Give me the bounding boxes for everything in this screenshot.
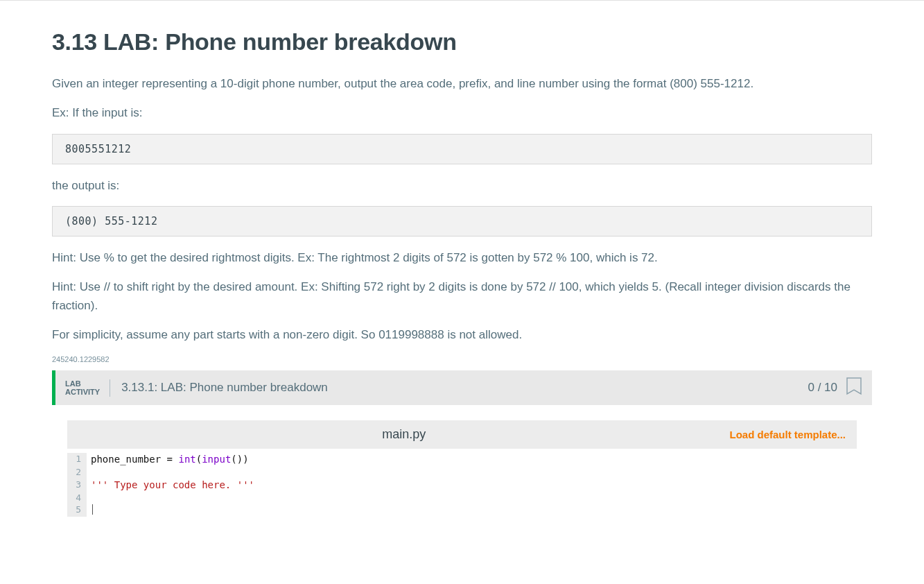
editor-header: main.py Load default template... [67, 420, 857, 449]
example-input-label: Ex: If the input is: [52, 104, 872, 122]
code-line[interactable]: 3''' Type your code here. ''' [67, 479, 857, 492]
example-output-label: the output is: [52, 177, 872, 195]
lab-activity-header: LAB ACTIVITY 3.13.1: LAB: Phone number b… [52, 370, 872, 405]
line-number: 5 [67, 504, 87, 517]
editor-filename: main.py [78, 427, 729, 442]
code-line[interactable]: 1phone_number = int(input()) [67, 453, 857, 466]
line-number: 4 [67, 492, 87, 504]
code-line[interactable]: 2 [67, 466, 857, 479]
line-number: 2 [67, 466, 87, 479]
hint-2: Hint: Use // to shift right by the desir… [52, 278, 872, 315]
code-line[interactable]: 5 [67, 504, 857, 517]
code-line[interactable]: 4 [67, 492, 857, 504]
lab-score: 0 / 10 [808, 381, 846, 395]
code-content[interactable] [87, 492, 91, 504]
line-number: 3 [67, 479, 87, 492]
intro-text: Given an integer representing a 10-digit… [52, 75, 872, 93]
code-content[interactable] [87, 504, 93, 517]
code-content[interactable]: ''' Type your code here. ''' [87, 479, 254, 492]
line-number: 1 [67, 453, 87, 466]
lab-activity-label: LAB ACTIVITY [65, 379, 110, 396]
example-input-block: 8005551212 [52, 134, 872, 164]
lab-activity-title: 3.13.1: LAB: Phone number breakdown [110, 381, 808, 395]
code-editor[interactable]: 1phone_number = int(input())23''' Type y… [67, 449, 857, 517]
code-content[interactable] [87, 466, 91, 479]
example-output-block: (800) 555-1212 [52, 206, 872, 237]
assignment-id: 245240.1229582 [52, 355, 872, 363]
page-title: 3.13 LAB: Phone number breakdown [52, 28, 872, 55]
code-content[interactable]: phone_number = int(input()) [87, 453, 249, 466]
bookmark-icon[interactable] [846, 377, 862, 398]
hint-1: Hint: Use % to get the desired rightmost… [52, 249, 872, 267]
editor-area: main.py Load default template... 1phone_… [52, 405, 872, 517]
load-default-template-link[interactable]: Load default template... [729, 429, 846, 440]
simplicity-note: For simplicity, assume any part starts w… [52, 326, 872, 344]
